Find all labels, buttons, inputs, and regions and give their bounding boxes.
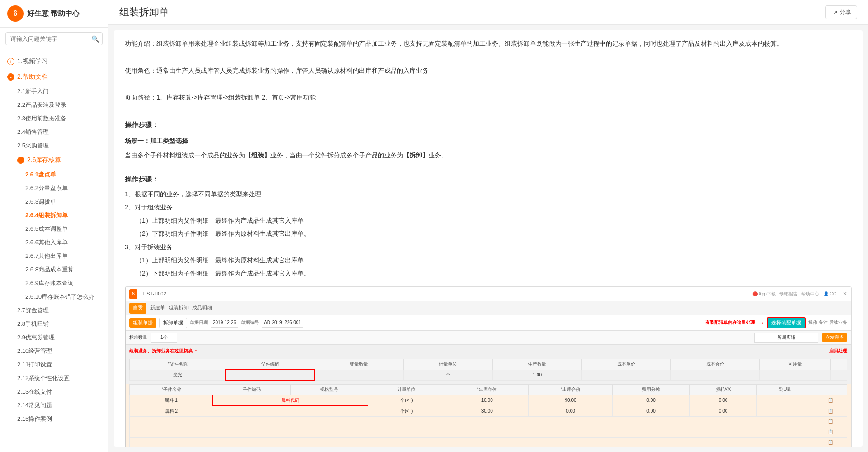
step1: 1、根据不同的业务，选择不同单据的类型来处理 [125, 189, 852, 200]
role-text: 使用角色：通常由生产人员或库管人员完成拆装业务的操作，库管人员确认原材料的出库和… [125, 65, 852, 77]
expand-icon: + [7, 58, 14, 65]
sidebar-item-1[interactable]: + 1.视频学习 [0, 54, 108, 69]
sidebar-item-2-6-2[interactable]: 2.6.2分量盘点单 [0, 181, 108, 195]
ss-tab-home[interactable]: 自贡 [129, 303, 146, 314]
sidebar-item-2-9[interactable]: 2.9优惠券管理 [0, 331, 108, 344]
th-parent-code: 父件编码 [226, 359, 315, 370]
share-button[interactable]: ↗ 分享 [825, 5, 857, 19]
sidebar-item-2-12[interactable]: 2.12系统个性化设置 [0, 371, 108, 385]
sidebar-item-2-14[interactable]: 2.14常见问题 [0, 399, 108, 412]
sidebar-item-2-6-10[interactable]: 2.6.10库存账本错了怎么办 [0, 290, 108, 304]
intro-text: 功能介绍：组装拆卸单用来处理企业组装或拆卸等加工业务，支持有固定装配清单的产品加… [125, 38, 852, 50]
sidebar-item-2-8[interactable]: 2.8手机旺铺 [0, 317, 108, 331]
ss-titlebar: 6 TEST-H002 🔴 App下载 动销报告 帮助中心 👤 CC ✕ [126, 287, 851, 301]
nav-list: + 1.视频学习 - 2.帮助文档 2.1新手入门 2.2产品安装及登录 2.3… [0, 50, 108, 452]
ss-btn-assemble[interactable]: 组装单据 [129, 318, 156, 328]
th-alloc: 费用分摊 [612, 385, 689, 395]
th-cost-price: 成本单价 [582, 359, 671, 370]
th-avail: 可用量 [760, 359, 831, 370]
sidebar-item-2-6-4[interactable]: 2.6.4组装拆卸单 [0, 209, 108, 222]
annotation-2: 组装业务、拆卸业务在这里切换 [129, 347, 193, 355]
sidebar-item-2-1[interactable]: 2.1新手入门 [0, 85, 108, 98]
ss-date-label: 单据日期 [190, 319, 208, 327]
td-prod-qty: 1.00 [493, 370, 582, 380]
sidebar-item-2-6[interactable]: - 2.6库存核算 2.6.1盘点单 2.6.2分量盘点单 2.6.3调拨单 2… [0, 152, 108, 304]
ss-btn-action[interactable]: 立发完毕 [822, 333, 847, 342]
th-sub-unit: 计量单位 [368, 385, 445, 395]
td-empty-4 [130, 427, 814, 437]
screenshot: 6 TEST-H002 🔴 App下载 动销报告 帮助中心 👤 CC ✕ 自贡 … [125, 286, 852, 447]
td-loss-2: 0.00 [690, 406, 757, 416]
sidebar-item-2-6-5[interactable]: 2.6.5成本调整单 [0, 222, 108, 236]
ops-title: 操作步骤： [125, 119, 852, 131]
sidebar-item-2-6-3[interactable]: 2.6.3调拨单 [0, 195, 108, 209]
annotation-1: 有装配清单的在这里处理 [705, 319, 755, 327]
ops-steps-title: 操作步骤： [125, 173, 852, 185]
search-box: 🔍 [0, 28, 108, 50]
sidebar-item-2-10[interactable]: 2.10经营管理 [0, 344, 108, 358]
td-empty-3 [130, 416, 814, 427]
td-qty [315, 370, 404, 380]
td-cost-total [671, 370, 760, 380]
step3-sub2: （2）下部明细为子件明细，最终作为产成品生成其它入库单。 [136, 268, 852, 279]
ss-btn-select[interactable]: 选择装配单据 [767, 317, 806, 328]
ss-logo: 6 [129, 289, 137, 299]
ss-btn-disassemble[interactable]: 拆卸单据 [159, 318, 187, 328]
th-parent-name: *父件名称 [130, 359, 226, 370]
th-sub-code: 子件编码 [213, 385, 290, 395]
ss-form-toolbar: 组装单据 拆卸单据 单据日期 2019-12-26 单据编号 AD-201912… [126, 315, 851, 331]
table-row: 属料 2 个(<+) 30.00 0.00 0.00 0.00 📋 [130, 406, 847, 416]
sidebar-item-2-6-9[interactable]: 2.6.9库存账本查询 [0, 276, 108, 290]
page-title: 组装拆卸单 [119, 5, 169, 19]
fake-screenshot: 6 TEST-H002 🔴 App下载 动销报告 帮助中心 👤 CC ✕ 自贡 … [125, 287, 851, 447]
ss-upper-table: *父件名称 父件编码 销量数量 计量单位 生产数量 成本单价 成本合价 可用量 [129, 359, 847, 381]
path-text: 页面路径：1、库存核算->库存管理->组装拆卸单 2、首页->常用功能 [125, 91, 852, 104]
td-arrive-1 [757, 395, 814, 406]
sidebar-item-2-7[interactable]: 2.7资金管理 [0, 304, 108, 317]
sidebar-item-2-5[interactable]: 2.5采购管理 [0, 139, 108, 152]
sidebar-item-2-3[interactable]: 2.3使用前数据准备 [0, 112, 108, 125]
sidebar-item-2-6-7[interactable]: 2.6.7其他出库单 [0, 249, 108, 263]
search-input[interactable] [5, 32, 103, 45]
ss-dept-input: 所属店铺 [754, 333, 818, 343]
td-sub-unit-2: 个(<+) [368, 406, 445, 416]
role-section: 使用角色：通常由生产人员或库管人员完成拆装业务的操作，库管人员确认原材料的出库和… [114, 57, 863, 85]
sidebar-item-2-2[interactable]: 2.2产品安装及登录 [0, 98, 108, 112]
sidebar-item-2-6-1[interactable]: 2.6.1盘点单 [0, 168, 108, 181]
ss-type-annotation: 组装业务、拆卸业务在这里切换 ↑ 启用处理 [126, 345, 851, 357]
sidebar-item-2-6-8[interactable]: 2.6.8商品成本重算 [0, 263, 108, 276]
td-sub-code-2 [213, 406, 368, 416]
sidebar-item-2-13[interactable]: 2.13在线支付 [0, 385, 108, 399]
td-avail [760, 370, 831, 380]
ss-sub-form: 标准数量 1个 所属店铺 立发完毕 [126, 331, 851, 345]
sidebar-item-2-15[interactable]: 2.15操作案例 [0, 412, 108, 426]
sidebar-item-2-6-6[interactable]: 2.6.6其他入库单 [0, 236, 108, 249]
ss-close[interactable]: ✕ [843, 289, 847, 299]
td-ops [830, 370, 847, 380]
ss-tab-new: 新建单 [150, 304, 165, 313]
ss-nav-icons: 🔴 App下载 动销报告 帮助中心 👤 CC [752, 290, 836, 298]
search-button[interactable]: 🔍 [91, 35, 99, 43]
td-alloc-2: 0.00 [612, 406, 689, 416]
sidebar-item-2-4[interactable]: 2.4销售管理 [0, 125, 108, 139]
sidebar: 6 好生意 帮助中心 🔍 + 1.视频学习 - 2.帮助文档 2.1新手入门 2… [0, 0, 108, 452]
td-unit: 个 [404, 370, 493, 380]
content-area: 功能介绍：组装拆卸单用来处理企业组装或拆卸等加工业务，支持有固定装配清单的产品加… [114, 30, 863, 447]
td-parent-code [226, 370, 315, 380]
table-row: 📋 [130, 416, 847, 427]
ss-count-input: 1个 [151, 333, 177, 343]
th-sub-ops [814, 385, 847, 395]
td-arrive-2 [757, 406, 814, 416]
sidebar-item-2-11[interactable]: 2.11打印设置 [0, 358, 108, 371]
sidebar-item-2[interactable]: - 2.帮助文档 2.1新手入门 2.2产品安装及登录 2.3使用前数据准备 2… [0, 69, 108, 426]
td-sub-ops-2: 📋 [814, 406, 847, 416]
th-sub-name: *子件名称 [130, 385, 213, 395]
td-empty-5 [130, 437, 814, 447]
th-loss: 损耗VX [690, 385, 757, 395]
scenario1-title: 场景一：加工类型选择 [125, 135, 852, 147]
th-unit: 计量单位 [404, 359, 493, 370]
th-arrive: 到U量 [757, 385, 814, 395]
ops-section: 操作步骤： 场景一：加工类型选择 当由多个子件材料组装成一个成品的业务为【组装】… [114, 111, 863, 447]
td-sub-ops-1: 📋 [814, 395, 847, 406]
main-content: 组装拆卸单 ↗ 分享 功能介绍：组装拆卸单用来处理企业组装或拆卸等加工业务，支持… [108, 0, 868, 452]
